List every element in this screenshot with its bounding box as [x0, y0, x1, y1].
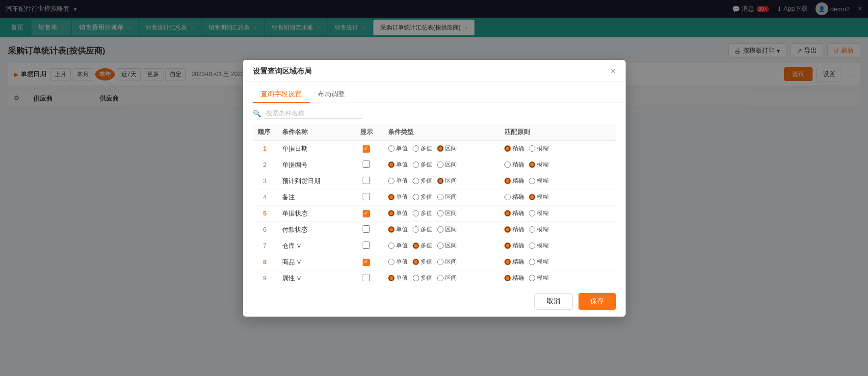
cell-ctype: 单值多值区间 — [383, 173, 500, 189]
ctype-option-range[interactable]: 区间 — [437, 193, 457, 201]
table-row: 6付款状态单值多值区间精确模糊 — [253, 221, 616, 238]
match-option-fuzzy[interactable]: 模糊 — [529, 209, 549, 217]
match-option-exact[interactable]: 精确 — [504, 274, 524, 281]
display-checkbox[interactable] — [363, 193, 370, 200]
ctype-option-single[interactable]: 单值 — [388, 258, 408, 266]
ctype-radio-group: 单值多值区间 — [388, 144, 495, 153]
match-radio-group: 精确模糊 — [504, 177, 611, 185]
ctype-option-single[interactable]: 单值 — [388, 161, 408, 169]
cell-ctype: 单值多值区间 — [383, 140, 500, 157]
save-button[interactable]: 保存 — [579, 293, 616, 310]
table-row: 9属性 ∨单值多值区间精确模糊 — [253, 270, 616, 281]
ctype-option-single[interactable]: 单值 — [388, 225, 408, 234]
display-checkbox-checked[interactable] — [363, 210, 370, 217]
ctype-option-multi[interactable]: 多值 — [413, 209, 432, 217]
tab-layout-adjust[interactable]: 布局调整 — [310, 86, 353, 103]
display-checkbox[interactable] — [363, 225, 370, 233]
modal-close-button[interactable]: × — [610, 67, 616, 76]
match-option-exact[interactable]: 精确 — [504, 193, 524, 201]
match-option-fuzzy[interactable]: 模糊 — [529, 274, 549, 281]
ctype-radio-group: 单值多值区间 — [388, 209, 495, 217]
cell-match: 精确模糊 — [500, 254, 616, 270]
cell-display — [350, 270, 383, 281]
match-option-exact[interactable]: 精确 — [504, 144, 524, 153]
display-checkbox[interactable] — [363, 177, 370, 184]
ctype-radio-group: 单值多值区间 — [388, 193, 495, 201]
cell-display — [350, 140, 383, 157]
ctype-option-range[interactable]: 区间 — [437, 209, 457, 217]
match-option-exact[interactable]: 精确 — [504, 258, 524, 266]
cell-ctype: 单值多值区间 — [383, 221, 500, 238]
col-head-ctype: 条件类型 — [383, 124, 500, 141]
display-checkbox[interactable] — [363, 161, 370, 168]
match-option-exact[interactable]: 精确 — [504, 161, 524, 169]
ctype-option-multi[interactable]: 多值 — [413, 274, 432, 281]
search-input[interactable] — [264, 108, 362, 119]
ctype-option-single[interactable]: 单值 — [388, 144, 408, 153]
modal-footer: 取消 保存 — [243, 286, 626, 317]
cell-display — [350, 238, 383, 254]
match-radio-group: 精确模糊 — [504, 225, 611, 234]
match-option-fuzzy[interactable]: 模糊 — [529, 225, 549, 234]
col-head-name: 条件名称 — [277, 124, 350, 141]
match-option-fuzzy[interactable]: 模糊 — [529, 144, 549, 153]
match-option-exact[interactable]: 精确 — [504, 242, 524, 250]
match-option-exact[interactable]: 精确 — [504, 225, 524, 234]
ctype-option-range[interactable]: 区间 — [437, 258, 457, 266]
display-checkbox-checked[interactable] — [363, 145, 370, 153]
ctype-option-multi[interactable]: 多值 — [413, 161, 432, 169]
cancel-button[interactable]: 取消 — [534, 293, 573, 310]
ctype-option-multi[interactable]: 多值 — [413, 177, 432, 185]
ctype-option-single[interactable]: 单值 — [388, 242, 408, 250]
match-option-fuzzy[interactable]: 模糊 — [529, 161, 549, 169]
cell-match: 精确模糊 — [500, 157, 616, 173]
match-option-fuzzy[interactable]: 模糊 — [529, 258, 549, 266]
tab-query-fields[interactable]: 查询字段设置 — [253, 86, 310, 103]
cell-display — [350, 173, 383, 189]
cell-order: 1 — [253, 140, 277, 157]
ctype-option-single[interactable]: 单值 — [388, 209, 408, 217]
display-checkbox-checked[interactable] — [363, 259, 370, 266]
table-row: 8商品 ∨单值多值区间精确模糊 — [253, 254, 616, 270]
cell-match: 精确模糊 — [500, 238, 616, 254]
ctype-option-multi[interactable]: 多值 — [413, 193, 432, 201]
cell-order: 9 — [253, 270, 277, 281]
cell-name: 备注 — [277, 189, 350, 205]
display-checkbox[interactable] — [363, 274, 370, 281]
ctype-option-range[interactable]: 区间 — [437, 274, 457, 281]
ctype-option-multi[interactable]: 多值 — [413, 242, 432, 250]
cell-order: 6 — [253, 221, 277, 238]
ctype-option-range[interactable]: 区间 — [437, 144, 457, 153]
ctype-option-multi[interactable]: 多值 — [413, 144, 432, 153]
ctype-option-range[interactable]: 区间 — [437, 225, 457, 234]
match-option-exact[interactable]: 精确 — [504, 177, 524, 185]
ctype-option-single[interactable]: 单值 — [388, 193, 408, 201]
cell-order: 4 — [253, 189, 277, 205]
cell-match: 精确模糊 — [500, 189, 616, 205]
cell-name: 商品 ∨ — [277, 254, 350, 270]
ctype-option-single[interactable]: 单值 — [388, 274, 408, 281]
display-checkbox[interactable] — [363, 242, 370, 249]
conditions-tbody: 1单据日期单值多值区间精确模糊2单据编号单值多值区间精确模糊3预计到货日期单值多… — [253, 140, 616, 281]
cell-order: 7 — [253, 238, 277, 254]
search-icon: 🔍 — [253, 109, 261, 117]
ctype-radio-group: 单值多值区间 — [388, 161, 495, 169]
match-option-fuzzy[interactable]: 模糊 — [529, 193, 549, 201]
match-radio-group: 精确模糊 — [504, 193, 611, 201]
match-option-fuzzy[interactable]: 模糊 — [529, 242, 549, 250]
ctype-option-range[interactable]: 区间 — [437, 161, 457, 169]
cell-ctype: 单值多值区间 — [383, 270, 500, 281]
settings-modal: 设置查询区域布局 × 查询字段设置 布局调整 🔍 顺序 条件名称 显示 — [243, 60, 626, 317]
cell-name: 付款状态 — [277, 221, 350, 238]
cell-order: 3 — [253, 173, 277, 189]
match-option-exact[interactable]: 精确 — [504, 209, 524, 217]
ctype-radio-group: 单值多值区间 — [388, 225, 495, 234]
ctype-option-single[interactable]: 单值 — [388, 177, 408, 185]
ctype-option-multi[interactable]: 多值 — [413, 225, 432, 234]
ctype-option-range[interactable]: 区间 — [437, 177, 457, 185]
col-head-match: 匹配原则 — [500, 124, 616, 141]
ctype-option-multi[interactable]: 多值 — [413, 258, 432, 266]
cell-name: 属性 ∨ — [277, 270, 350, 281]
ctype-option-range[interactable]: 区间 — [437, 242, 457, 250]
match-option-fuzzy[interactable]: 模糊 — [529, 177, 549, 185]
